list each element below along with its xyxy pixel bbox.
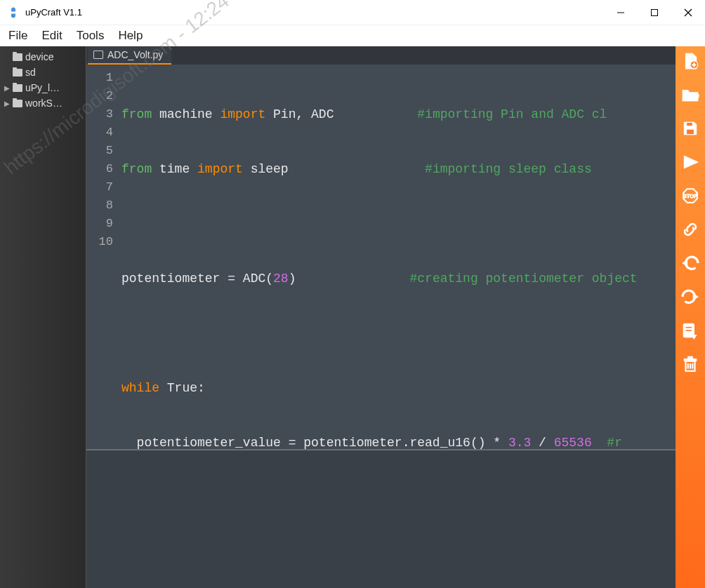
editor-tabs: ADC_Volt.py: [86, 46, 676, 65]
tab-label: ADC_Volt.py: [107, 49, 163, 60]
file-tree-sidebar: device sd ▶ uPy_l… ▶ workS…: [0, 46, 86, 588]
menu-file[interactable]: File: [8, 29, 27, 43]
line-number: 5: [86, 142, 113, 160]
line-number: 2: [86, 87, 113, 105]
app-logo-icon: [7, 6, 20, 19]
tree-label: workS…: [25, 98, 62, 109]
close-button[interactable]: [671, 0, 705, 25]
menubar: File Edit Tools Help: [0, 25, 705, 46]
console-panel[interactable]: [86, 449, 676, 588]
line-number: 6: [86, 160, 113, 178]
tree-item-workspace[interactable]: ▶ workS…: [0, 95, 86, 111]
syntax-check-button[interactable]: [680, 320, 701, 341]
svg-rect-19: [688, 356, 693, 359]
new-file-button[interactable]: [680, 51, 701, 72]
download-run-button[interactable]: [680, 152, 701, 173]
line-number: 8: [86, 196, 113, 215]
menu-help[interactable]: Help: [118, 29, 143, 43]
svg-text:STOP: STOP: [683, 193, 698, 199]
line-number: 9: [86, 215, 113, 233]
tree-label: sd: [25, 67, 36, 78]
tree-item-upylib[interactable]: ▶ uPy_l…: [0, 80, 86, 95]
window-controls: [604, 0, 705, 25]
undo-button[interactable]: [680, 253, 701, 274]
line-number: 1: [86, 69, 113, 87]
svg-rect-7: [687, 122, 693, 126]
file-icon: [93, 51, 103, 59]
folder-icon: [13, 100, 22, 107]
main-area: device sd ▶ uPy_l… ▶ workS… ADC_Volt.py: [0, 46, 705, 588]
code-content[interactable]: from machine import Pin, ADC #importing …: [119, 65, 676, 449]
folder-icon: [13, 53, 22, 61]
line-number: 10: [86, 233, 113, 251]
menu-tools[interactable]: Tools: [77, 29, 105, 43]
open-file-button[interactable]: [680, 84, 701, 105]
redo-button[interactable]: [680, 286, 701, 307]
expand-arrow-icon: ▶: [4, 100, 10, 107]
folder-icon: [13, 84, 22, 92]
save-button[interactable]: [680, 118, 701, 139]
editor-area: ADC_Volt.py 1 2 3 4 5 6 7 8 9 10 from ma…: [86, 46, 676, 588]
connect-button[interactable]: [680, 219, 701, 240]
code-editor[interactable]: 1 2 3 4 5 6 7 8 9 10 from machine import…: [86, 65, 676, 449]
svg-rect-8: [687, 129, 694, 135]
expand-arrow-icon: ▶: [4, 84, 10, 92]
titlebar: uPyCraft V1.1: [0, 0, 705, 25]
line-number: 3: [86, 105, 113, 123]
clear-button[interactable]: [680, 354, 701, 375]
tree-label: uPy_l…: [25, 82, 60, 93]
tree-item-device[interactable]: device: [0, 49, 86, 65]
minimize-button[interactable]: [604, 0, 638, 25]
tab-adc-volt[interactable]: ADC_Volt.py: [88, 46, 171, 65]
line-number: 7: [86, 178, 113, 196]
tree-label: device: [25, 51, 53, 62]
line-number: 4: [86, 123, 113, 142]
window-title: uPyCraft V1.1: [25, 7, 604, 18]
right-toolbar: STOP: [676, 46, 705, 588]
folder-icon: [13, 69, 22, 76]
tree-item-sd[interactable]: sd: [0, 65, 86, 80]
svg-rect-1: [652, 9, 658, 15]
line-gutter: 1 2 3 4 5 6 7 8 9 10: [86, 65, 119, 449]
maximize-button[interactable]: [638, 0, 671, 25]
stop-button[interactable]: STOP: [680, 185, 701, 206]
menu-edit[interactable]: Edit: [41, 29, 62, 43]
